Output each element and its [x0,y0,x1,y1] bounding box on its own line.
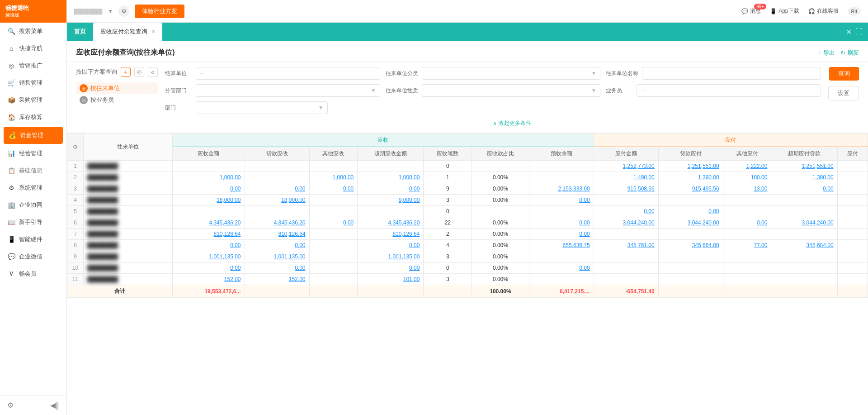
table-settings-icon[interactable]: ⚙ [73,144,78,150]
total-ap-amount[interactable]: -654,751.40 [594,285,658,298]
filter-label-dept: 部门 [165,104,192,112]
sidebar-item-inventory[interactable]: 🏠 库存核算 [0,109,66,126]
table-row: 10████████0.000.000.0000.00%0.00 [67,262,868,274]
sidebar-item-system[interactable]: ⚙ 系统管理 [0,179,66,196]
refresh-button[interactable]: ↻ 刷新 [840,49,859,57]
hardware-icon: 📱 [7,236,15,243]
table-header-receivable: 应收 [173,134,594,147]
filter-input-unit-nature[interactable]: ▼ [422,84,601,97]
row-number: 4 [67,195,84,206]
th-pre-balance: 预收余额 [529,147,594,161]
tab-close-window[interactable]: ✕ [846,28,852,36]
settings-button[interactable]: 设置 [828,86,859,100]
sidebar-item-guide[interactable]: 📖 新手引导 [0,214,66,231]
table-row: 4████████18,000.0018,000.009,000.0030.00… [67,195,868,206]
sidebar-logo: 畅捷通吃 标准版 [0,0,66,23]
search-icon: 🔍 [7,28,15,35]
filter-label-unit-name: 往来单位名称 [606,70,638,77]
basic-icon: 📋 [7,167,15,174]
filter-field-staff: 业务员 ··· [606,84,821,97]
scheme-item-staff[interactable]: ◎ 按业务员 [76,94,158,106]
table-header-settings[interactable]: ⚙ [67,134,84,161]
scheme-icon-unit: ◎ [80,84,88,92]
th-ar-count: 应收笔数 [424,147,472,161]
sidebar-item-corp[interactable]: 🏢 企业协同 [0,196,66,214]
total-other-ar [309,285,358,298]
filter-target-button[interactable]: ◎ [134,67,144,77]
scheme-item-unit[interactable]: ◎ 按往来单位 [76,82,158,94]
filter-input-dept[interactable]: ▼ [196,101,328,114]
user-info[interactable]: Rit [848,8,861,14]
tab-actions: ✕ ⛶ [840,28,868,36]
message-icon: 💬 [741,8,748,14]
sidebar-item-wechat[interactable]: 💬 企业微信 [0,248,66,265]
sidebar-item-operations[interactable]: 📊 经营管理 [0,145,66,162]
table-row: 5████████00.000.00 [67,206,868,217]
th-loan-ap: 贷款应付 [658,147,723,161]
row-number: 2 [67,172,84,183]
th-ap: 应付 [837,147,868,161]
gear-button[interactable]: ⚙ [118,6,129,17]
topbar-right: 💬 消息 99+ 📱 App下载 🎧 在线客服 Rit [741,7,861,15]
filter-field-unit-type: 往来单位分类 ▼ [386,67,601,80]
sales-icon: 🛒 [7,79,15,86]
tab-ar-ap[interactable]: 应收应付余额查询 × [93,23,162,41]
sidebar-item-member[interactable]: V 畅会员 [0,265,66,282]
collapse-more-button[interactable]: ∧ 收起更多条件 [165,117,859,127]
breadcrumb-dropdown[interactable]: ▼ [108,8,113,14]
sidebar-collapse-btn[interactable]: ◀‖ [50,401,59,410]
table-row: 7████████810,126.64810,126.64810,126.642… [67,229,868,240]
app-download-button[interactable]: 📱 App下载 [770,7,799,15]
th-overdue-ap: 超期应付贷款 [771,147,837,161]
row-number: 11 [67,274,84,285]
sidebar-item-sales[interactable]: 🛒 销售管理 [0,74,66,91]
service-button[interactable]: 🎧 在线客服 [808,7,839,15]
tab-close-ar-ap[interactable]: × [152,29,155,35]
inventory-icon: 🏠 [7,114,15,121]
filter-fields-area: 结算单位 ··· 往来单位分类 [165,67,821,117]
logo-name: 畅捷通吃 [5,4,29,12]
filter-row-2: 分管部门 ▼ 往来单位性质 [165,84,821,97]
total-pre-balance[interactable]: 6,417,215.... [529,285,594,298]
sidebar-item-basic[interactable]: 📋 基础信息 [0,162,66,179]
filter-field-settle-unit: 结算单位 ··· [165,67,380,80]
filter-label-staff: 业务员 [606,87,633,95]
filter-label-settle: 结算单位 [165,70,192,77]
total-ar-amount[interactable]: 19,553,472,6... [173,285,245,298]
sidebar-item-hardware[interactable]: 📱 智能硬件 [0,231,66,248]
filter-add-button[interactable]: + [121,67,131,77]
sidebar: 畅捷通吃 标准版 🔍 搜索菜单 ⌂ 快捷导航 ◎ 营销推广 🛒 销售管理 📦 采… [0,0,67,415]
message-badge: 99+ [754,4,766,10]
export-button[interactable]: ↑ 导出 [819,49,835,57]
topbar: ████████ ▼ ⚙ 体验行业方案 💬 消息 99+ 📱 App下载 🎧 在… [67,0,868,23]
sidebar-item-quicknav[interactable]: ⌂ 快捷导航 [0,40,66,57]
operations-icon: 📊 [7,150,15,157]
filter-input-unit-name[interactable] [642,67,821,80]
query-button[interactable]: 查询 [829,67,859,81]
scheme-label-staff: 按业务员 [90,96,114,104]
filter-input-dept-mgr[interactable]: ▼ [196,84,380,97]
filter-right: 结算单位 ··· 往来单位分类 [165,67,859,127]
total-other-ap [723,285,771,298]
filter-input-staff[interactable]: ··· [637,84,821,97]
sidebar-item-marketing[interactable]: ◎ 营销推广 [0,57,66,74]
message-button[interactable]: 💬 消息 99+ [741,7,761,15]
tab-maximize[interactable]: ⛶ [855,28,863,36]
filter-label: 按以下方案查询 [76,68,117,76]
sidebar-settings-btn[interactable]: ⚙ [7,401,14,410]
row-number: 9 [67,251,84,262]
solution-button[interactable]: 体验行业方案 [135,5,184,18]
tab-home[interactable]: 首页 [67,23,93,41]
total-ar-ratio: 100.00% [472,285,529,298]
filter-field-dept: 部门 ▼ [165,101,328,114]
filter-row-3: 部门 ▼ [165,101,821,114]
filter-section: 按以下方案查询 + ◎ « ◎ 按往来单位 ◎ [67,62,868,133]
filter-input-unit-type[interactable]: ▼ [422,67,601,80]
sidebar-item-search[interactable]: 🔍 搜索菜单 [0,23,66,40]
sidebar-item-purchase[interactable]: 📦 采购管理 [0,91,66,109]
filter-collapse-button[interactable]: « [148,67,158,77]
filter-input-settle[interactable]: ··· [196,67,380,80]
quicknav-icon: ⌂ [7,45,15,52]
sidebar-item-finance[interactable]: 💰 资金管理 [4,127,63,144]
total-overdue-ar [358,285,424,298]
